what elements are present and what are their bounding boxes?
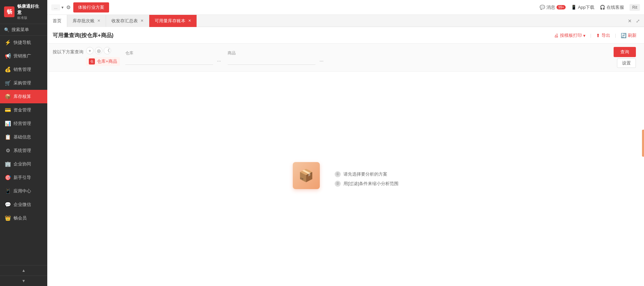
tip-item-2: ② 用[过滤]条件来缩小分析范围 xyxy=(335,181,398,187)
refresh-btn[interactable]: 🔄 刷新 xyxy=(619,31,639,40)
scheme-settings-btn[interactable]: ◎ xyxy=(95,47,102,54)
filter-scheme-actions: + ◎ 《 xyxy=(86,47,120,54)
notification-item[interactable]: 💬 消息 99+ xyxy=(540,4,566,10)
sidebar-item-basic-info[interactable]: 📋 基础信息 xyxy=(0,130,47,144)
tip-text-2: 用[过滤]条件来缩小分析范围 xyxy=(343,181,398,187)
nav-label-enterprise-wechat: 企业微信 xyxy=(14,202,31,208)
tip-item-1: ① 请先选择要分析的方案 xyxy=(335,171,398,177)
nav-icon-app-center: 📱 xyxy=(5,188,11,194)
search-icon: 🔍 xyxy=(4,27,9,32)
sidebar-logo: 畅 畅康通好生意 标准版 xyxy=(0,0,47,24)
sidebar-scroll-up[interactable]: ▲ xyxy=(0,267,47,274)
nav-label-onboarding: 新手引导 xyxy=(14,175,31,181)
refresh-icon: 🔄 xyxy=(621,33,626,38)
sidebar-item-sales[interactable]: 💰 销售管理 xyxy=(0,63,47,76)
header-gear-btn[interactable]: ⚙ xyxy=(65,3,72,12)
nav-label-membership: 畅会员 xyxy=(14,215,27,221)
sidebar-item-membership[interactable]: 👑 畅会员 xyxy=(0,211,47,225)
nav-icon-onboarding: 🎯 xyxy=(5,175,11,181)
main-area: ... ▾ ⚙ 体验行业方案 💬 消息 99+ 📱 App下载 🎧 在线客服 R… xyxy=(47,0,644,286)
nav-icon-purchase: 🛒 xyxy=(5,80,11,86)
filter-inputs: 仓库 ··· 商品 ··· xyxy=(120,47,611,68)
online-service-item[interactable]: 🎧 在线客服 xyxy=(600,4,624,10)
warehouse-input[interactable] xyxy=(125,57,213,65)
trial-btn[interactable]: 体验行业方案 xyxy=(73,2,109,12)
warehouse-input-row: ··· xyxy=(125,57,223,65)
app-download-item[interactable]: 📱 App下载 xyxy=(571,4,594,10)
nav-icon-membership: 👑 xyxy=(5,215,11,221)
page-title-bar: 可用量查询(按仓库+商品) 🖨 按模板打印 ▾ | ⬆ 导出 | 🔄 刷新 xyxy=(47,27,644,44)
sidebar-nav: ⚡ 快捷导航 📢 营销推广 💰 销售管理 🛒 采购管理 📦 库存核算 💳 资金管… xyxy=(0,36,47,265)
sidebar-item-operations[interactable]: 📊 经营管理 xyxy=(0,117,47,130)
nav-icon-operations: 📊 xyxy=(5,121,11,127)
sidebar-search[interactable]: 🔍 搜索菜单 xyxy=(0,24,47,36)
filter-settings-btn[interactable]: 设置 xyxy=(617,58,636,68)
breadcrumb-text: ... xyxy=(51,4,60,10)
nav-icon-system: ⚙ xyxy=(5,148,11,154)
nav-label-finance: 资金管理 xyxy=(14,107,31,113)
header-right: 💬 消息 99+ 📱 App下载 🎧 在线客服 Rit xyxy=(540,4,640,11)
user-avatar[interactable]: Rit xyxy=(629,4,640,11)
scheme-collapse-btn[interactable]: 《 xyxy=(104,47,111,54)
sidebar-item-app-center[interactable]: 📱 应用中心 xyxy=(0,184,47,198)
notification-icon: 💬 xyxy=(540,5,545,10)
sidebar-item-marketing[interactable]: 📢 营销推广 xyxy=(0,49,47,63)
sidebar-item-onboarding[interactable]: 🎯 新手引导 xyxy=(0,171,47,184)
filter-section: 按以下方案查询 + ◎ 《 仓 仓库+商品 仓库 xyxy=(47,44,644,72)
sidebar-item-system[interactable]: ⚙ 系统管理 xyxy=(0,144,47,157)
page-title-actions: 🖨 按模板打印 ▾ | ⬆ 导出 | 🔄 刷新 xyxy=(552,31,639,40)
query-btn[interactable]: 查询 xyxy=(614,47,636,57)
right-scrollbar-indicator xyxy=(642,130,644,157)
nav-label-operations: 经营管理 xyxy=(14,121,31,127)
tab-receive-summary[interactable]: 收发存汇总表 ✕ xyxy=(106,15,149,27)
sidebar: 畅 畅康通好生意 标准版 🔍 搜索菜单 ⚡ 快捷导航 📢 营销推广 💰 销售管理… xyxy=(0,0,47,286)
tab-close-receive-summary[interactable]: ✕ xyxy=(140,19,144,23)
nav-label-quick-nav: 快捷导航 xyxy=(14,40,31,46)
nav-label-marketing: 营销推广 xyxy=(14,53,31,59)
nav-icon-marketing: 📢 xyxy=(5,53,11,59)
print-btn[interactable]: 🖨 按模板打印 ▾ xyxy=(552,31,588,40)
scheme-item-icon: 仓 xyxy=(89,58,95,64)
app-logo-text: 畅康通好生意 标准版 xyxy=(17,3,43,20)
sidebar-item-enterprise-wechat[interactable]: 💬 企业微信 xyxy=(0,198,47,211)
top-header: ... ▾ ⚙ 体验行业方案 💬 消息 99+ 📱 App下载 🎧 在线客服 R… xyxy=(47,0,644,15)
notification-badge: 99+ xyxy=(557,5,566,9)
empty-state-content: ① 请先选择要分析的方案 ② 用[过滤]条件来缩小分析范围 xyxy=(293,162,398,196)
tab-close-batch-ledger[interactable]: ✕ xyxy=(97,19,100,23)
tip-number-2: ② xyxy=(335,181,341,187)
product-input[interactable] xyxy=(228,57,315,65)
nav-icon-enterprise: 🏢 xyxy=(5,161,11,167)
sidebar-scroll-down[interactable]: ▼ xyxy=(0,277,47,285)
page-title: 可用量查询(按仓库+商品) xyxy=(53,32,113,39)
export-icon: ⬆ xyxy=(596,33,600,38)
tab-batch-ledger[interactable]: 库存批次账 ✕ xyxy=(67,15,106,27)
breadcrumb-dropdown-btn[interactable]: ▾ xyxy=(61,5,63,10)
sidebar-item-inventory[interactable]: 📦 库存核算 xyxy=(0,90,47,103)
tab-close-available-ledger[interactable]: ✕ xyxy=(188,19,191,23)
product-filter-field: 商品 ··· xyxy=(228,50,325,65)
app-logo-icon: 畅 xyxy=(4,6,15,17)
warehouse-more-btn[interactable]: ··· xyxy=(216,57,223,64)
empty-state-illustration xyxy=(293,162,327,196)
sidebar-item-quick-nav[interactable]: ⚡ 快捷导航 xyxy=(0,36,47,49)
sidebar-item-enterprise[interactable]: 🏢 企业协同 xyxy=(0,157,47,171)
scheme-add-btn[interactable]: + xyxy=(86,47,94,54)
nav-icon-enterprise-wechat: 💬 xyxy=(5,202,11,208)
export-btn[interactable]: ⬆ 导出 xyxy=(594,31,612,40)
product-more-btn[interactable]: ··· xyxy=(318,57,325,64)
sidebar-item-finance[interactable]: 💳 资金管理 xyxy=(0,103,47,117)
print-dropdown-icon: ▾ xyxy=(583,33,586,38)
scheme-item-warehouse-product[interactable]: 仓 仓库+商品 xyxy=(86,57,120,66)
empty-state: ① 请先选择要分析的方案 ② 用[过滤]条件来缩小分析范围 xyxy=(47,72,644,286)
nav-label-system: 系统管理 xyxy=(14,148,31,154)
tab-available-ledger[interactable]: 可用量库存账本 ✕ xyxy=(149,15,197,27)
breadcrumb-area: ... ▾ ⚙ 体验行业方案 xyxy=(51,2,537,12)
tab-close-all-btn[interactable]: ✕ xyxy=(626,17,633,25)
nav-label-sales: 销售管理 xyxy=(14,67,31,73)
tab-home[interactable]: 首页 xyxy=(47,15,67,27)
product-field-label: 商品 xyxy=(228,50,325,56)
tabs-right-actions: ✕ ⤢ xyxy=(624,17,644,25)
sidebar-item-purchase[interactable]: 🛒 采购管理 xyxy=(0,76,47,90)
tab-maximize-btn[interactable]: ⤢ xyxy=(635,17,641,25)
print-icon: 🖨 xyxy=(554,33,559,38)
